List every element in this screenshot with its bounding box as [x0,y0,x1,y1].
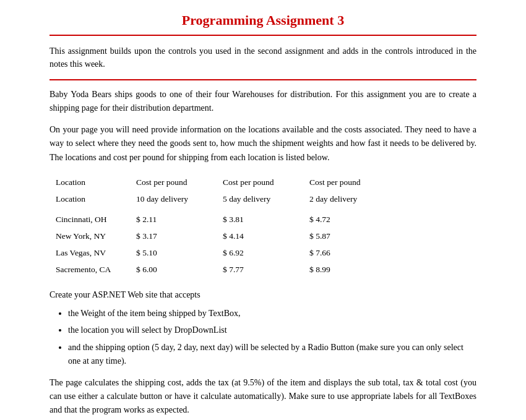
bullet-item-1: the location you will select by DropDown… [68,324,476,337]
table-header-1: Cost per pound [136,174,223,191]
paragraph-2: On your page you will need provide infor… [50,123,476,165]
table-cell-3-2: $ 7.77 [223,262,309,278]
table-row: Las Vegas, NV$ 5.10$ 6.92$ 7.66 [56,245,396,262]
table-cell-2-1: $ 5.10 [136,245,223,262]
requirements-list: the Weight of the item being shipped by … [68,307,476,369]
table-header-3: Cost per pound [309,174,396,191]
table-row: Cincinnati, OH$ 2.11$ 3.81$ 4.72 [56,212,396,228]
table-cell-2-0: Las Vegas, NV [56,245,136,262]
table-subheader-2: 5 day delivery [223,191,309,208]
create-label: Create your ASP.NET Web site that accept… [50,288,476,302]
table-subheader-3: 2 day delivery [309,191,396,208]
table-subheader-1: 10 day delivery [136,191,223,208]
table-header-2: Cost per pound [223,174,309,191]
table-cell-3-3: $ 8.99 [309,262,396,278]
table-cell-3-0: Sacremento, CA [56,262,136,278]
table-cell-2-3: $ 7.66 [309,245,396,262]
table-cell-1-2: $ 4.14 [223,228,309,245]
bullet-item-2: and the shipping option (5 day, 2 day, n… [68,341,476,369]
divider-middle [50,79,476,80]
bullet-item-0: the Weight of the item being shipped by … [68,307,476,320]
table-row: Sacremento, CA$ 6.00$ 7.77$ 8.99 [56,262,396,278]
paragraph-1: Baby Yoda Bears ships goods to one of th… [50,88,476,116]
table-row: New York, NY$ 3.17$ 4.14$ 5.87 [56,228,396,245]
table-header-0: Location [56,174,136,191]
table-cell-0-0: Cincinnati, OH [56,212,136,228]
table-subheader-0: Location [56,191,136,208]
table-cell-0-1: $ 2.11 [136,212,223,228]
table-cell-1-1: $ 3.17 [136,228,223,245]
intro-paragraph: This assignment builds upon the controls… [50,45,476,71]
table-cell-2-2: $ 6.92 [223,245,309,262]
shipping-table: LocationCost per poundCost per poundCost… [56,174,396,278]
shipping-table-section: LocationCost per poundCost per poundCost… [50,174,476,278]
table-cell-0-3: $ 4.72 [309,212,396,228]
divider-top [50,35,476,36]
page-title: Programming Assignment 3 [50,12,476,28]
table-cell-3-1: $ 6.00 [136,262,223,278]
table-cell-1-0: New York, NY [56,228,136,245]
table-cell-0-2: $ 3.81 [223,212,309,228]
table-cell-1-3: $ 5.87 [309,228,396,245]
footer-paragraph: The page calculates the shipping cost, a… [50,376,476,418]
